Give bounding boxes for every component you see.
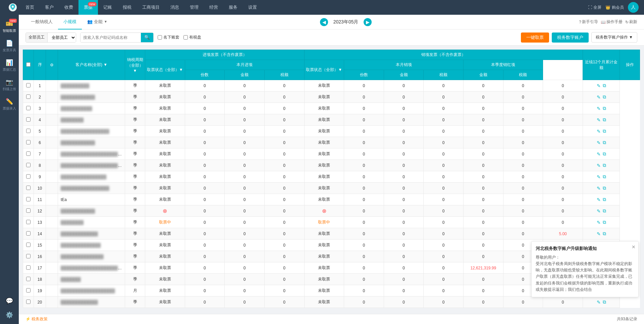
checkbox-under-account[interactable]: 名下账套 <box>158 35 179 40</box>
employee-select-dropdown[interactable]: 全部员工 <box>48 33 76 42</box>
edit-icon[interactable]: ✎ <box>597 231 601 237</box>
edit-icon[interactable]: ✎ <box>597 163 601 168</box>
copy-icon[interactable]: ⧉ <box>603 83 606 88</box>
row-checkbox-cell[interactable] <box>23 80 34 91</box>
row-checkbox-cell[interactable] <box>23 114 34 126</box>
edit-icon[interactable]: ✎ <box>597 117 601 123</box>
search-button[interactable]: 🔍 <box>141 33 153 42</box>
copy-icon[interactable]: ⧉ <box>603 208 606 214</box>
header-sales-count[interactable]: 份数 <box>344 70 384 80</box>
row-checkbox[interactable] <box>26 117 31 122</box>
sidebar-item-smart-ticket[interactable]: 🎫 智能取票 new <box>1 17 18 36</box>
nav-settings[interactable]: 设置 <box>243 0 262 15</box>
row-checkbox[interactable] <box>26 129 31 133</box>
tab-all[interactable]: 👥 全能 ▼ <box>82 15 113 29</box>
row-checkbox-cell[interactable] <box>23 285 34 297</box>
has-tax-disk-checkbox[interactable] <box>183 35 188 40</box>
header-in-count[interactable]: 份数 <box>185 70 225 80</box>
copy-icon[interactable]: ⧉ <box>603 140 606 145</box>
copy-icon[interactable]: ⧉ <box>603 117 606 123</box>
sidebar-item-ticket-entry[interactable]: ✏️ 票据录入 <box>1 95 18 113</box>
nav-fee[interactable]: 收费 <box>59 0 78 15</box>
copy-icon[interactable]: ⧉ <box>603 128 606 134</box>
tax-operation-dropdown-button[interactable]: 税务数字账户操作 ▼ <box>591 32 637 43</box>
date-next-button[interactable]: ▶ <box>364 18 372 26</box>
row-checkbox[interactable] <box>26 186 31 190</box>
copy-icon[interactable]: ⧉ <box>603 94 606 100</box>
header-in-amount[interactable]: 金额 <box>225 70 265 80</box>
header-sales-tax[interactable]: 税额 <box>424 70 464 80</box>
edit-icon[interactable]: ✎ <box>597 151 601 157</box>
row-checkbox[interactable] <box>26 265 31 270</box>
edit-icon[interactable]: ✎ <box>597 129 601 134</box>
edit-icon[interactable]: ✎ <box>597 94 601 100</box>
edit-icon[interactable]: ✎ <box>597 174 601 180</box>
sidebar-item-scan-upload[interactable]: 📷 扫描上传 <box>1 76 18 94</box>
one-key-ticket-button[interactable]: 一键取票 <box>521 33 549 43</box>
tax-digital-account-button[interactable]: 税务数字账户 <box>552 33 589 43</box>
row-checkbox[interactable] <box>26 106 31 110</box>
edit-icon[interactable]: ✎ <box>597 186 601 191</box>
nav-manage[interactable]: 管理 <box>184 0 204 15</box>
row-checkbox-cell[interactable] <box>23 240 34 251</box>
employee-select[interactable]: 全部员工 全部员工 <box>25 33 76 43</box>
copy-icon[interactable]: ⧉ <box>603 106 606 111</box>
header-in-status[interactable]: 取票状态（全部）▼ <box>145 60 185 80</box>
nav-home[interactable]: 首页 <box>20 0 40 15</box>
row-checkbox[interactable] <box>26 208 31 213</box>
copy-icon[interactable]: ⧉ <box>603 197 606 202</box>
edit-icon[interactable]: ✎ <box>597 197 601 202</box>
nav-service[interactable]: 服务 <box>223 0 243 15</box>
nav-accounting[interactable]: 记账 <box>98 0 117 15</box>
row-checkbox[interactable] <box>26 300 31 304</box>
header-customer-col[interactable]: 客户名称(全部) ▼ <box>58 50 125 80</box>
row-checkbox-cell[interactable] <box>23 251 34 262</box>
checkbox-has-tax-disk[interactable]: 有税盘 <box>183 35 201 40</box>
sidebar-item-ticket-summary[interactable]: 📊 票据汇总 <box>1 56 18 74</box>
under-account-checkbox[interactable] <box>158 35 162 40</box>
nav-customer[interactable]: 客户 <box>40 0 59 15</box>
row-checkbox-cell[interactable] <box>23 217 34 228</box>
row-checkbox-cell[interactable] <box>23 160 34 171</box>
copy-icon[interactable]: ⧉ <box>603 151 606 157</box>
row-checkbox-cell[interactable] <box>23 183 34 194</box>
row-checkbox[interactable] <box>26 254 31 258</box>
row-checkbox[interactable] <box>26 83 31 87</box>
row-checkbox-cell[interactable] <box>23 194 34 205</box>
notification-close-button[interactable]: ✕ <box>632 244 636 250</box>
row-checkbox[interactable] <box>26 277 31 281</box>
sidebar-item-chat[interactable]: 💬 <box>1 295 18 307</box>
copy-icon[interactable]: ⧉ <box>603 185 606 191</box>
tab-small-scale[interactable]: 小规模 <box>58 15 82 29</box>
select-all-checkbox[interactable] <box>26 62 31 67</box>
row-checkbox-cell[interactable] <box>23 262 34 274</box>
row-checkbox[interactable] <box>26 231 31 236</box>
row-checkbox[interactable] <box>26 243 31 247</box>
user-avatar[interactable]: 人 <box>628 2 639 13</box>
row-checkbox[interactable] <box>26 288 31 293</box>
nav-tax[interactable]: 报税 <box>117 0 137 15</box>
tax-policy-link[interactable]: ⚡ 税务政策 <box>25 316 48 322</box>
vip-button[interactable]: 👑 购会员 <box>605 5 624 10</box>
copy-icon[interactable]: ⧉ <box>603 219 606 225</box>
row-checkbox[interactable] <box>26 151 31 156</box>
refresh-button[interactable]: ↻ 刷新 <box>625 19 637 25</box>
nav-message[interactable]: 消息 <box>165 0 184 15</box>
edit-icon[interactable]: ✎ <box>597 208 601 214</box>
row-checkbox-cell[interactable] <box>23 274 34 285</box>
header-period-col[interactable]: 纳税周期（全部）▼ <box>125 50 145 80</box>
fullscreen-button[interactable]: ⛶ 全屏 <box>588 5 601 10</box>
header-settings-col[interactable]: ⚙ <box>46 50 58 80</box>
tab-general-taxpayer[interactable]: 一般纳税人 <box>25 15 58 29</box>
header-in-tax[interactable]: 税额 <box>264 70 304 80</box>
header-red-tax[interactable]: 税额 <box>503 70 543 80</box>
copy-icon[interactable]: ⧉ <box>603 174 606 180</box>
edit-icon[interactable]: ✎ <box>597 140 601 145</box>
edit-icon[interactable]: ✎ <box>597 220 601 225</box>
row-checkbox-cell[interactable] <box>23 205 34 217</box>
sidebar-item-invoice-open[interactable]: 📄 发票开具 <box>1 37 18 55</box>
row-checkbox[interactable] <box>26 163 31 167</box>
app-logo[interactable] <box>5 0 20 15</box>
row-checkbox[interactable] <box>26 94 31 99</box>
nav-business[interactable]: 工商项目 <box>137 0 165 15</box>
